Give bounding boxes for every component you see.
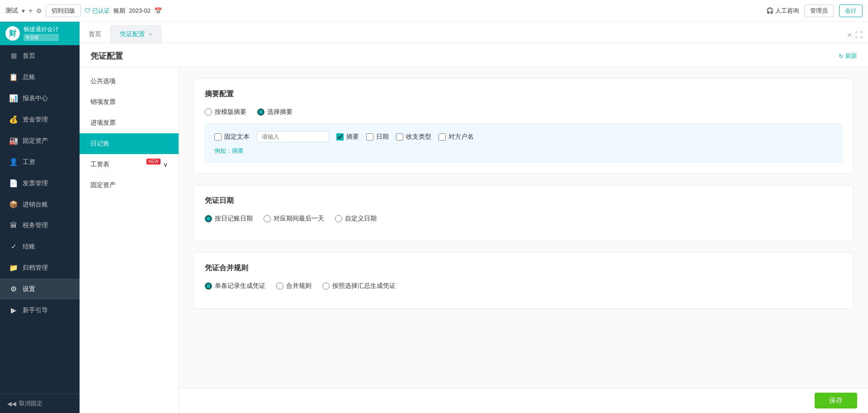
tab-bar: 首页 凭证配置 × × ⛶ bbox=[80, 22, 868, 43]
left-menu-item-public[interactable]: 公共选项 bbox=[80, 71, 179, 92]
checkbox-income-expense[interactable]: 收支类型 bbox=[396, 133, 431, 141]
radio-journal-date-input[interactable] bbox=[205, 215, 212, 222]
left-menu-item-purchase-invoice[interactable]: 进项发票 bbox=[80, 113, 179, 133]
summary-section-title: 摘要配置 bbox=[205, 89, 842, 99]
summary-sub-row: 固定文本 摘要 日期 bbox=[214, 131, 833, 142]
invoice-icon: 📄 bbox=[9, 179, 18, 188]
tab-home[interactable]: 首页 bbox=[80, 26, 110, 43]
shield-icon: 🛡 bbox=[85, 7, 90, 14]
logo-text: 畅捷通好会计 bbox=[24, 26, 59, 33]
date-section: 凭证日期 按日记账日期 对应期间最后一天 bbox=[193, 185, 854, 241]
calendar-icon[interactable]: 📅 bbox=[154, 7, 162, 14]
radio-select-summary[interactable]: 选择摘要 bbox=[257, 108, 292, 116]
sidebar-item-close[interactable]: ✓ 结账 bbox=[0, 236, 80, 257]
archive-icon: 📁 bbox=[9, 263, 18, 272]
checkbox-date[interactable]: 日期 bbox=[366, 133, 389, 141]
radio-select-input[interactable] bbox=[257, 108, 264, 116]
report-icon: 📊 bbox=[9, 94, 18, 103]
chevron-down-icon: ∨ bbox=[163, 161, 168, 168]
sidebar-item-home[interactable]: ⊞ 首页 bbox=[0, 45, 80, 66]
tab-close-icon[interactable]: × bbox=[149, 32, 152, 37]
period-label: 账期 bbox=[113, 7, 125, 15]
expand-tab-action-icon[interactable]: ⛶ bbox=[855, 31, 863, 39]
sidebar-item-capital[interactable]: 💰 资金管理 bbox=[0, 109, 80, 130]
ledger-icon: 📋 bbox=[9, 73, 18, 81]
left-menu-item-payroll[interactable]: 工资表 NEW ∨ bbox=[80, 154, 179, 175]
radio-journal-date[interactable]: 按日记账日期 bbox=[205, 215, 253, 223]
checkbox-income-expense-input[interactable] bbox=[396, 133, 403, 141]
sidebar-item-settings[interactable]: ⚙ 设置 bbox=[0, 278, 80, 300]
capital-icon: 💰 bbox=[9, 115, 18, 124]
tab-voucher-config[interactable]: 凭证配置 × bbox=[110, 25, 161, 43]
summary-section: 摘要配置 按模版摘要 选择摘要 bbox=[193, 78, 854, 174]
checkbox-date-input[interactable] bbox=[366, 133, 373, 141]
sidebar: 财 畅捷通好会计 专业版 ⊞ 首页 📋 总账 📊 报表中心 💰 资金管理 bbox=[0, 22, 80, 413]
sidebar-item-invoice[interactable]: 📄 发票管理 bbox=[0, 173, 80, 194]
refresh-icon: ↻ bbox=[839, 53, 844, 60]
sidebar-item-report[interactable]: 📊 报表中心 bbox=[0, 88, 80, 109]
sidebar-scroll: ⊞ 首页 📋 总账 📊 报表中心 💰 资金管理 🏭 固定资产 👤 工资 bbox=[0, 45, 80, 394]
radio-period-last[interactable]: 对应期间最后一天 bbox=[264, 215, 324, 223]
left-menu-item-sales-invoice[interactable]: 销项发票 bbox=[80, 92, 179, 113]
fixed-text-input[interactable] bbox=[257, 131, 329, 142]
radio-selected-summary-input[interactable] bbox=[322, 282, 330, 290]
sidebar-item-guide[interactable]: ▶ 新手引导 bbox=[0, 300, 80, 321]
left-menu: 公共选项 销项发票 进项发票 日记账 工资表 NEW bbox=[80, 67, 179, 413]
checkbox-fixed-text-input[interactable] bbox=[214, 133, 222, 141]
summary-sub-config: 固定文本 摘要 日期 bbox=[205, 123, 842, 163]
consult-button[interactable]: 🎧 人工咨询 bbox=[766, 7, 799, 15]
home-icon: ⊞ bbox=[9, 52, 18, 60]
sidebar-item-assets[interactable]: 🏭 固定资产 bbox=[0, 130, 80, 151]
add-icon[interactable]: + bbox=[28, 7, 33, 15]
radio-custom-date[interactable]: 自定义日期 bbox=[335, 215, 377, 223]
bottom-bar: 保存 bbox=[179, 388, 868, 413]
refresh-button[interactable]: ↻ 刷新 bbox=[839, 52, 857, 60]
radio-single-record-input[interactable] bbox=[205, 282, 212, 290]
radio-period-last-input[interactable] bbox=[264, 215, 271, 222]
radio-merge-rules[interactable]: 合并规则 bbox=[276, 282, 311, 290]
checkbox-counterpart[interactable]: 对方户名 bbox=[439, 133, 474, 141]
switch-old-button[interactable]: 切到旧版 bbox=[46, 5, 81, 17]
merge-radio-group: 单条记录生成凭证 合并规则 按照选择汇总生成凭证 bbox=[205, 282, 842, 290]
header-settings-icon[interactable]: ⚙ bbox=[36, 7, 42, 14]
tax-icon: 🏛 bbox=[9, 221, 18, 230]
sidebar-item-trade[interactable]: 📦 进销台账 bbox=[0, 194, 80, 215]
main-layout: 财 畅捷通好会计 专业版 ⊞ 首页 📋 总账 📊 报表中心 💰 资金管理 bbox=[0, 22, 868, 413]
top-header: 测试 ▾ + ⚙ 切到旧版 🛡 已认证 账期 2023-02 📅 🎧 人工咨询 … bbox=[0, 0, 868, 22]
page-content: 凭证配置 ↻ 刷新 公共选项 销项发票 进项发票 bbox=[80, 43, 868, 413]
radio-template-input[interactable] bbox=[205, 108, 212, 116]
salary-icon: 👤 bbox=[9, 158, 18, 166]
sidebar-item-tax[interactable]: 🏛 税务管理 bbox=[0, 215, 80, 236]
header-right: 🎧 人工咨询 管理员 会计 bbox=[766, 5, 863, 17]
radio-custom-date-input[interactable] bbox=[335, 215, 342, 222]
checkbox-counterpart-input[interactable] bbox=[439, 133, 446, 141]
accountant-button[interactable]: 会计 bbox=[839, 5, 863, 17]
tab-bar-actions: × ⛶ bbox=[842, 31, 868, 43]
sidebar-item-salary[interactable]: 👤 工资 bbox=[0, 151, 80, 173]
left-menu-item-journal[interactable]: 日记账 bbox=[80, 133, 179, 154]
company-dropdown-icon[interactable]: ▾ bbox=[22, 7, 25, 14]
radio-single-record[interactable]: 单条记录生成凭证 bbox=[205, 282, 265, 290]
manager-button[interactable]: 管理员 bbox=[804, 5, 834, 17]
page-inner: 公共选项 销项发票 进项发票 日记账 工资表 NEW bbox=[80, 67, 868, 413]
verified-badge: 🛡 已认证 bbox=[85, 7, 110, 15]
trade-icon: 📦 bbox=[9, 200, 18, 209]
example-text: 例如：摘要 bbox=[214, 147, 833, 155]
checkbox-summary-input[interactable] bbox=[336, 133, 344, 141]
close-tab-action-icon[interactable]: × bbox=[848, 31, 852, 39]
checkbox-summary[interactable]: 摘要 bbox=[336, 133, 359, 141]
radio-template-summary[interactable]: 按模版摘要 bbox=[205, 108, 246, 116]
close-books-icon: ✓ bbox=[9, 242, 18, 251]
radio-selected-summary[interactable]: 按照选择汇总生成凭证 bbox=[322, 282, 396, 290]
logo-edition: 专业版 bbox=[24, 34, 59, 41]
radio-merge-rules-input[interactable] bbox=[276, 282, 283, 290]
left-menu-item-fixed-assets[interactable]: 固定资产 bbox=[80, 175, 179, 196]
right-config: 摘要配置 按模版摘要 选择摘要 bbox=[179, 67, 868, 388]
sidebar-item-ledger[interactable]: 📋 总账 bbox=[0, 66, 80, 88]
checkbox-fixed-text[interactable]: 固定文本 bbox=[214, 133, 250, 141]
sidebar-item-archive[interactable]: 📁 归档管理 bbox=[0, 257, 80, 278]
cancel-fixed-button[interactable]: ◀◀ 取消固定 bbox=[0, 394, 80, 413]
page-header: 凭证配置 ↻ 刷新 bbox=[80, 43, 868, 67]
new-badge: NEW bbox=[146, 159, 160, 164]
save-button[interactable]: 保存 bbox=[815, 393, 857, 408]
